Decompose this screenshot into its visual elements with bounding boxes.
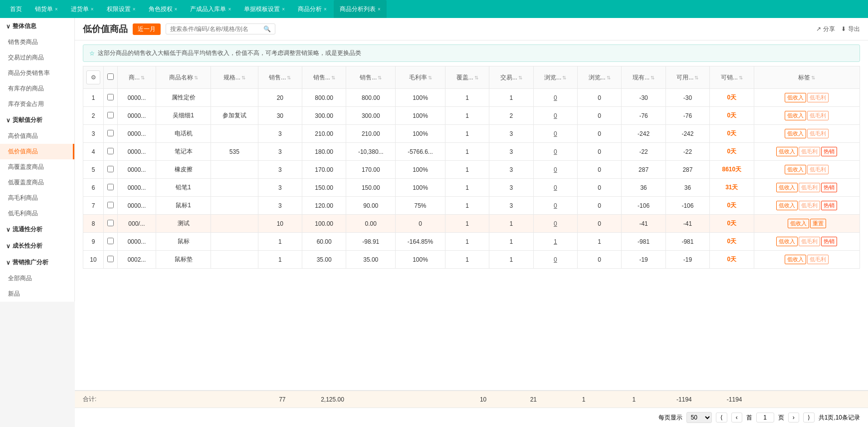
sidebar-item-低价值商品[interactable]: 低价值商品 [0,144,74,159]
close-icon[interactable]: × [228,6,231,12]
close-icon[interactable]: × [55,6,58,12]
col-tags[interactable]: 标签⇅ [754,66,860,89]
row-checkbox-cell[interactable] [104,233,118,251]
row-checkbox-cell[interactable] [104,107,118,125]
sidebar-item-商品分类销售率[interactable]: 商品分类销售率 [0,65,74,81]
nav-item-进货单[interactable]: 进货单× [65,0,100,18]
nav-item-单据模板设置[interactable]: 单据模板设置× [238,0,291,18]
pv1-link[interactable]: 0 [554,220,557,227]
row-checkbox[interactable] [107,184,114,190]
pv1-link[interactable]: 0 [554,94,557,101]
row-checkbox-cell[interactable] [104,161,118,179]
sidebar-item-有库存的商品[interactable]: 有库存的商品 [0,81,74,96]
row-checkbox[interactable] [107,112,114,118]
sidebar-group-营销推广分析[interactable]: ∨营销推广分析 [0,254,74,271]
nav-item-角色授权[interactable]: 角色授权× [143,0,184,18]
row-available: -22 [665,143,709,161]
col-sellable[interactable]: 可销...⇅ [710,66,754,89]
row-coverage: 1 [445,143,489,161]
row-checkbox-cell[interactable] [104,251,118,269]
nav-item-销货单[interactable]: 销货单× [29,0,64,18]
row-checkbox[interactable] [107,94,114,100]
page-input[interactable] [756,413,774,423]
pv1-link[interactable]: 0 [554,256,557,263]
col-settings[interactable]: ⚙ [83,66,104,89]
col-spec[interactable]: 规格...⇅ [211,66,258,89]
col-sales-price[interactable]: 销售...⇅ [346,66,396,89]
sidebar-item-销售类商品[interactable]: 销售类商品 [0,34,74,50]
pv1-link[interactable]: 0 [554,166,557,173]
pv1-link[interactable]: 1 [554,238,557,245]
sidebar-item-新品[interactable]: 新品 [0,286,74,302]
row-checkbox-cell[interactable] [104,215,118,233]
col-code-label: 商... [129,73,140,82]
col-sales-amount[interactable]: 销售...⇅ [302,66,346,89]
col-settings-btn[interactable]: ⚙ [86,70,100,84]
sidebar-item-全部商品[interactable]: 全部商品 [0,271,74,286]
export-button[interactable]: ⬇ 导出 [841,25,860,33]
col-trade[interactable]: 交易...⇅ [489,66,533,89]
row-margin: 100% [396,251,445,269]
row-checkbox[interactable] [107,238,114,244]
pv1-link[interactable]: 0 [554,202,557,209]
search-input[interactable] [170,25,261,32]
row-checkbox[interactable] [107,202,114,208]
sidebar-item-低覆盖度商品[interactable]: 低覆盖度商品 [0,175,74,190]
nav-item-商品分析列表[interactable]: 商品分析列表× [334,0,387,18]
col-margin[interactable]: 毛利率⇅ [396,66,445,89]
pv1-link[interactable]: 0 [554,148,557,155]
col-pv1[interactable]: 浏览...⇅ [533,66,577,89]
sidebar-item-高覆盖度商品[interactable]: 高覆盖度商品 [0,159,74,175]
sidebar-group-流通性分析[interactable]: ∨流通性分析 [0,221,74,238]
last-page-button[interactable]: ⟩ [803,413,815,423]
page-size-select[interactable]: 50 100 200 [686,412,712,423]
col-pv2[interactable]: 浏览...⇅ [578,66,622,89]
filter-button[interactable]: 近一月 [133,23,161,35]
row-checkbox-cell[interactable] [104,125,118,143]
row-checkbox[interactable] [107,166,114,172]
col-available[interactable]: 可用...⇅ [665,66,709,89]
close-icon[interactable]: × [324,6,327,12]
select-all-checkbox[interactable] [107,73,114,80]
sidebar-item-库存资金占用[interactable]: 库存资金占用 [0,96,74,112]
close-icon[interactable]: × [378,6,381,12]
pv1-link[interactable]: 0 [554,112,557,119]
sidebar-item-高价值商品[interactable]: 高价值商品 [0,128,74,144]
next-page-button[interactable]: › [788,413,799,423]
share-button[interactable]: ↗ 分享 [816,25,835,33]
sidebar-group-贡献值分析[interactable]: ∨贡献值分析 [0,112,74,128]
row-checkbox[interactable] [107,130,114,136]
col-sales-qty[interactable]: 销售...⇅ [258,66,302,89]
row-pv1: 0 [533,251,577,269]
nav-item-商品分析[interactable]: 商品分析× [292,0,333,18]
col-name[interactable]: 商品名称⇅ [156,66,211,89]
close-icon[interactable]: × [133,6,136,12]
sidebar-item-高毛利商品[interactable]: 高毛利商品 [0,190,74,206]
close-icon[interactable]: × [282,6,285,12]
col-code[interactable]: 商...⇅ [118,66,156,89]
sidebar-item-低毛利商品[interactable]: 低毛利商品 [0,206,74,221]
row-checkbox[interactable] [107,148,114,154]
sidebar-group-整体信息[interactable]: ∨整体信息 [0,18,74,34]
prev-page-button[interactable]: ‹ [731,413,742,423]
col-checkbox[interactable] [104,66,118,89]
close-icon[interactable]: × [91,6,94,12]
close-icon[interactable]: × [175,6,178,12]
row-checkbox-cell[interactable] [104,197,118,215]
row-checkbox-cell[interactable] [104,179,118,197]
col-stock[interactable]: 现有...⇅ [622,66,665,89]
sidebar-group-成长性分析[interactable]: ∨成长性分析 [0,238,74,254]
row-checkbox-cell[interactable] [104,143,118,161]
search-box[interactable]: 🔍 [166,23,275,34]
pv1-link[interactable]: 0 [554,184,557,191]
col-coverage[interactable]: 覆盖...⇅ [445,66,489,89]
first-page-button[interactable]: ⟨ [716,413,727,423]
nav-item-产成品入库单[interactable]: 产成品入库单× [184,0,237,18]
sidebar-item-交易过的商品[interactable]: 交易过的商品 [0,50,74,65]
nav-item-首页[interactable]: 首页 [4,0,28,18]
row-checkbox-cell[interactable] [104,89,118,107]
pv1-link[interactable]: 0 [554,130,557,137]
row-checkbox[interactable] [107,220,114,226]
nav-item-权限设置[interactable]: 权限设置× [101,0,142,18]
row-checkbox[interactable] [107,256,114,262]
